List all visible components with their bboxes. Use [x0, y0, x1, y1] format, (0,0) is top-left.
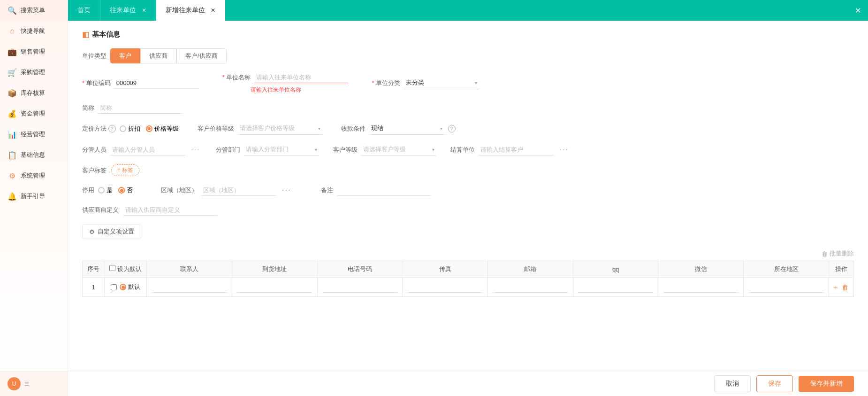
sidebar-item-guide[interactable]: 🔔 新手引导	[0, 186, 68, 207]
cancel-button[interactable]: 取消	[714, 375, 751, 392]
unit-code-input[interactable]	[114, 78, 199, 89]
batch-delete-label: 批量删除	[830, 249, 854, 258]
pricing-row: 定价方法 ? 折扣 价格等级 客户价格	[82, 122, 854, 135]
region-more-btn[interactable]: ···	[280, 186, 293, 194]
avatar: U	[8, 377, 21, 390]
sidebar-item-purchase[interactable]: 🛒 采购管理	[0, 62, 68, 83]
department-select[interactable]: 请输入分管部门 ▾	[244, 143, 319, 156]
region-input[interactable]	[201, 185, 276, 196]
col-phone: 电话号码	[317, 261, 403, 278]
delete-row-btn[interactable]: 🗑	[842, 283, 849, 291]
short-name-field: 简称	[82, 102, 183, 114]
settlement-unit-more-btn[interactable]: ···	[557, 146, 570, 154]
pricing-discount-option[interactable]: 折扣	[120, 124, 140, 133]
short-name-input[interactable]	[98, 102, 183, 114]
operations-icon: 📊	[8, 130, 17, 139]
sidebar-item-sales[interactable]: 💼 销售管理	[0, 41, 68, 62]
sales-icon: 💼	[8, 47, 17, 56]
unit-type-both-btn[interactable]: 客户/供应商	[176, 48, 227, 63]
settlement-unit-label: 结算单位	[450, 146, 475, 154]
sidebar-item-basic-info[interactable]: 📋 基础信息	[0, 145, 68, 165]
email-input[interactable]	[493, 281, 568, 293]
customer-level-select[interactable]: 请选择客户等级 ▾	[361, 143, 436, 156]
pricing-label: 定价方法 ?	[82, 124, 116, 133]
manager-field: 分管人员 ···	[82, 144, 202, 155]
inventory-icon: 📦	[8, 88, 17, 98]
address-input[interactable]	[237, 281, 312, 293]
sidebar-label-quick-nav: 快捷导航	[21, 27, 45, 35]
col-address: 到货地址	[232, 261, 317, 278]
default-radio-item[interactable]: 默认	[120, 283, 140, 291]
disabled-no-option[interactable]: 否	[118, 186, 133, 194]
tab-new-partner-close-icon[interactable]: ✕	[211, 7, 215, 14]
department-field: 分管部门 请输入分管部门 ▾	[216, 143, 319, 156]
disabled-yes-option[interactable]: 是	[98, 186, 113, 194]
unit-code-field: * 单位编码	[82, 78, 199, 89]
unit-type-supplier-btn[interactable]: 供应商	[140, 48, 176, 63]
col-contact: 联系人	[147, 261, 232, 278]
row-checkbox[interactable]	[111, 284, 117, 290]
customer-price-level-select[interactable]: 请选择客户价格等级 ▾	[238, 122, 322, 135]
pricing-level-option[interactable]: 价格等级	[146, 124, 179, 133]
save-button[interactable]: 保存	[756, 375, 793, 392]
payment-terms-select[interactable]: 现结 ▾	[369, 122, 444, 135]
tab-partners-close-icon[interactable]: ✕	[142, 7, 146, 14]
tab-partners[interactable]: 往来单位 ✕	[100, 0, 156, 21]
wechat-input[interactable]	[663, 281, 739, 293]
cell-seq: 1	[83, 278, 105, 297]
unit-type-customer-btn[interactable]: 客户	[110, 48, 140, 63]
sidebar-label-finance: 资金管理	[21, 109, 45, 118]
disabled-no-radio	[118, 187, 125, 194]
guide-icon: 🔔	[8, 192, 17, 201]
phone-input[interactable]	[322, 281, 397, 293]
disabled-radio-group: 是 否	[98, 186, 133, 194]
add-row-btn[interactable]: +	[834, 283, 838, 291]
manager-input[interactable]	[110, 144, 185, 155]
settlement-unit-input[interactable]	[479, 144, 554, 155]
col-seq: 序号	[83, 261, 105, 278]
section-icon: ◧	[82, 30, 89, 39]
radio-dot2	[120, 189, 123, 192]
sidebar-label-sales: 销售管理	[21, 47, 45, 56]
qq-input[interactable]	[578, 281, 653, 293]
unit-name-input[interactable]	[254, 72, 348, 83]
settlement-unit-field: 结算单位 ···	[450, 144, 570, 155]
contact-input[interactable]	[152, 281, 227, 293]
sidebar-item-quick-nav[interactable]: ⌂ 快捷导航	[0, 21, 68, 41]
table-body: 1 默认	[83, 278, 854, 297]
sidebar-item-inventory[interactable]: 📦 库存核算	[0, 83, 68, 103]
add-tag-button[interactable]: + 标签	[111, 164, 139, 176]
unit-type-field: 单位类型 客户 供应商 客户/供应商	[82, 48, 227, 63]
save-new-button[interactable]: 保存并新增	[799, 376, 854, 392]
basic-info-icon: 📋	[8, 150, 17, 160]
cell-actions: + 🗑	[829, 278, 853, 297]
customer-tag-row: 客户标签 + 标签	[82, 164, 854, 176]
sidebar-item-operations[interactable]: 📊 经营管理	[0, 124, 68, 145]
sidebar-item-finance[interactable]: 💰 资金管理	[0, 103, 68, 124]
tab-home[interactable]: 首页	[68, 0, 100, 21]
pricing-field: 定价方法 ? 折扣 价格等级	[82, 124, 179, 133]
unit-type-row: 单位类型 客户 供应商 客户/供应商	[82, 48, 854, 63]
close-all-tabs-button[interactable]: ✕	[847, 0, 868, 21]
sidebar-label-guide: 新手引导	[21, 192, 45, 201]
disabled-field: 停用 是 否	[82, 186, 133, 194]
supplier-custom-input[interactable]	[123, 204, 217, 216]
remarks-input[interactable]	[337, 185, 431, 196]
select-all-checkbox[interactable]	[109, 265, 115, 271]
manager-more-btn[interactable]: ···	[189, 146, 202, 154]
gear-icon: ⚙	[89, 228, 95, 235]
fax-input[interactable]	[408, 281, 483, 293]
sidebar-item-system[interactable]: ⚙ 系统管理	[0, 165, 68, 186]
region-table-input[interactable]	[749, 281, 824, 293]
payment-terms-help-icon[interactable]: ?	[448, 125, 456, 132]
unit-category-select[interactable]: 未分类 ▾	[404, 77, 479, 89]
pricing-help-icon[interactable]: ?	[108, 125, 116, 132]
disabled-row: 停用 是 否 区域（地区） ···	[82, 185, 854, 196]
disabled-yes-radio	[98, 187, 105, 194]
tab-new-partner[interactable]: 新增往来单位 ✕	[156, 0, 225, 21]
chevron-down-icon5: ▾	[432, 147, 434, 152]
supplier-custom-label: 供应商自定义	[82, 206, 119, 214]
batch-delete-button[interactable]: 🗑 批量删除	[822, 249, 854, 258]
custom-settings-button[interactable]: ⚙ 自定义项设置	[82, 224, 141, 239]
sidebar-item-search[interactable]: 🔍 搜索菜单	[0, 0, 68, 21]
